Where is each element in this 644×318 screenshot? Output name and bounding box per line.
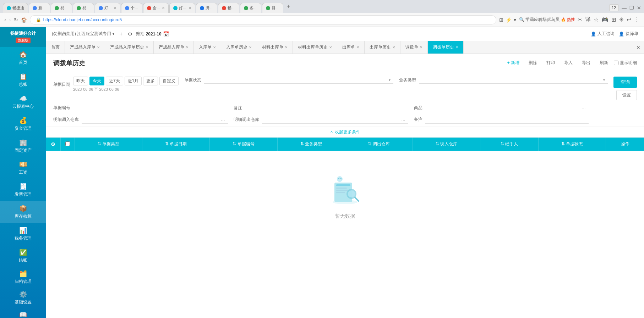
th-operator[interactable]: ⇅ 经手人 xyxy=(480,138,539,151)
sidebar-item-archive[interactable]: 🗂️ 归档管理 xyxy=(0,267,46,288)
home-button[interactable]: 🏠 xyxy=(21,17,27,23)
select-all-checkbox[interactable] xyxy=(65,141,70,146)
date-more-btn[interactable]: 更多 xyxy=(143,77,158,85)
minimize-button[interactable]: — xyxy=(622,5,627,11)
th-checkbox[interactable] xyxy=(60,138,75,151)
browser-tab-11[interactable]: 各... xyxy=(240,3,261,13)
collapse-bar[interactable]: ∧ 收起更多条件 xyxy=(46,127,644,138)
browser-tab-12[interactable]: 目... xyxy=(262,3,283,13)
tab-material-outbound[interactable]: 材料出库单 ✕ xyxy=(257,41,293,54)
browser-tab-6[interactable]: 个... xyxy=(121,3,142,13)
browser-tab-10[interactable]: 畅... xyxy=(218,3,239,13)
tab-inbound[interactable]: 入库单 ✕ xyxy=(194,41,221,54)
browser-tab-8[interactable]: 好... ✕ xyxy=(169,3,195,13)
game-icon[interactable]: 🎮 xyxy=(601,16,608,23)
note-input[interactable] xyxy=(245,104,408,112)
back-button[interactable]: ‹ xyxy=(4,17,6,23)
maximize-button[interactable]: ❐ xyxy=(629,5,634,11)
print-button[interactable]: 打印 xyxy=(543,58,558,68)
delete-button[interactable]: 删除 xyxy=(525,58,541,68)
th-doc-type[interactable]: ⇅ 单据类型 xyxy=(75,138,142,151)
th-doc-date[interactable]: ⇅ 单据日期 xyxy=(142,138,209,151)
goods-more-icon[interactable]: … xyxy=(582,105,586,110)
date-7days-btn[interactable]: 近7天 xyxy=(106,77,123,85)
browser-tab-9[interactable]: 腾... xyxy=(196,3,217,13)
sidebar-item-guide[interactable]: 📖 新手引导 xyxy=(0,308,46,318)
tab-close-transfer[interactable]: ✕ xyxy=(420,45,422,49)
forward-button[interactable]: › xyxy=(9,17,11,23)
tab-close-5[interactable]: ✕ xyxy=(114,6,116,10)
business-type-select[interactable]: ▾ xyxy=(419,77,608,84)
th-warehouse-out[interactable]: ⇅ 调出仓库 xyxy=(345,138,413,151)
goods-input[interactable] xyxy=(428,105,582,110)
tab-home[interactable]: 首页 xyxy=(46,41,65,54)
brightness-icon[interactable]: ☀ xyxy=(619,16,624,23)
sidebar-item-home[interactable]: 🏠 首页 xyxy=(0,47,46,69)
tab-transfer[interactable]: 调拨单 ✕ xyxy=(400,41,428,54)
date-yesterday-btn[interactable]: 昨天 xyxy=(73,77,88,85)
column-settings-icon[interactable]: ⚙ xyxy=(51,141,55,147)
th-gear[interactable]: ⚙ xyxy=(46,138,60,151)
menu-expand-icon[interactable]: ▾ xyxy=(514,17,516,23)
tab-transfer-history[interactable]: 调拨单历史 ✕ xyxy=(428,41,464,54)
tab-close-inbound-history[interactable]: ✕ xyxy=(249,45,252,49)
browser-tab-1[interactable]: 畅捷通 xyxy=(3,3,28,13)
warehouse-in-more-icon[interactable]: … xyxy=(221,117,225,122)
support-button[interactable]: 👤 人工咨询 xyxy=(591,31,615,37)
sidebar-item-tax[interactable]: 📊 税务管理 xyxy=(0,223,46,245)
tab-close-7[interactable]: ✕ xyxy=(162,6,165,10)
query-button[interactable]: 查询 xyxy=(613,77,637,88)
warehouse-in-input[interactable] xyxy=(84,117,221,122)
th-doc-number[interactable]: ⇅ 单据编号 xyxy=(210,138,277,151)
display-detail-checkbox[interactable]: 显示明细 xyxy=(614,60,637,66)
browser-tab-5[interactable]: 好... ✕ xyxy=(95,3,120,13)
undo-icon[interactable]: ↩ xyxy=(627,16,631,23)
gear-button[interactable]: ⚙ xyxy=(128,31,132,37)
note2-input[interactable] xyxy=(425,116,589,124)
sidebar-item-invoice[interactable]: 🧾 发票管理 xyxy=(0,179,46,201)
sidebar-item-capital[interactable]: 💰 资金管理 xyxy=(0,113,46,135)
tab-close-inbound[interactable]: ✕ xyxy=(213,45,216,49)
refresh-data-button[interactable]: 刷新 xyxy=(596,58,612,68)
add-company-button[interactable]: + xyxy=(118,31,124,37)
export-button[interactable]: 导出 xyxy=(578,58,594,68)
date-1month-btn[interactable]: 近1月 xyxy=(125,77,142,85)
import-button[interactable]: 导入 xyxy=(561,58,576,68)
tab-close-product-inbound-history[interactable]: ✕ xyxy=(146,45,148,49)
new-button[interactable]: + 新增 xyxy=(504,58,523,68)
tab-close-8[interactable]: ✕ xyxy=(189,6,191,10)
filter-settings-button[interactable]: 设置 xyxy=(616,90,637,100)
scissors-icon[interactable]: ✂ xyxy=(578,16,582,23)
th-doc-status[interactable]: ⇅ 单据状态 xyxy=(539,138,606,151)
tab-product-inbound2[interactable]: 产成品入库单 ✕ xyxy=(154,41,194,54)
sidebar-item-payroll[interactable]: 💴 工资 xyxy=(0,157,46,179)
th-business-type[interactable]: ⇅ 业务类型 xyxy=(277,138,345,151)
company-selector[interactable]: (勿删勿禁用) 江西服宝测试专用 ▾ xyxy=(52,31,114,37)
date-today-btn[interactable]: 今天 xyxy=(89,77,104,85)
tab-product-inbound-history[interactable]: 产成品入库单历史 ✕ xyxy=(105,41,154,54)
address-bar[interactable]: 🔒 https://cloud.chanjet.com/accounting/u… xyxy=(30,15,496,24)
tab-close-product-inbound[interactable]: ✕ xyxy=(97,45,100,49)
sidebar-item-assets[interactable]: 🏢 固定资产 xyxy=(0,135,46,157)
tab-close-transfer-history[interactable]: ✕ xyxy=(455,45,458,49)
sidebar-item-reports[interactable]: ☁️ 云报表中心 xyxy=(0,91,46,113)
extensions-icon[interactable]: ⊞ xyxy=(499,17,503,23)
tab-outbound-history[interactable]: 出库单历史 ✕ xyxy=(365,41,400,54)
th-warehouse-in[interactable]: ⇅ 调入仓库 xyxy=(413,138,480,151)
browser-tab-4[interactable]: 易... xyxy=(73,3,94,13)
status-select[interactable]: ▾ xyxy=(204,77,393,84)
translate-icon[interactable]: 译 xyxy=(585,16,591,23)
browser-tab-2[interactable]: 新... xyxy=(29,3,50,13)
tab-material-outbound-history[interactable]: 材料出库单历史 ✕ xyxy=(293,41,337,54)
tab-close-product-inbound2[interactable]: ✕ xyxy=(186,45,189,49)
sidebar-item-closing[interactable]: ✅ 结账 xyxy=(0,245,46,267)
tab-panel-close[interactable]: ✕ xyxy=(633,42,644,53)
calendar-icon[interactable]: 📅 xyxy=(163,31,169,37)
browser-tab-7[interactable]: 企... ✕ xyxy=(143,3,169,13)
star-icon[interactable]: ☆ xyxy=(594,16,599,23)
user-avatar[interactable]: 👤 徐泽华 xyxy=(619,31,638,37)
tab-inbound-history[interactable]: 入库单历史 ✕ xyxy=(221,41,257,54)
lightning-icon[interactable]: ⚡ xyxy=(506,17,512,23)
warehouse-out-more-icon[interactable]: … xyxy=(401,117,405,122)
tab-close-material-outbound-history[interactable]: ✕ xyxy=(329,45,332,49)
